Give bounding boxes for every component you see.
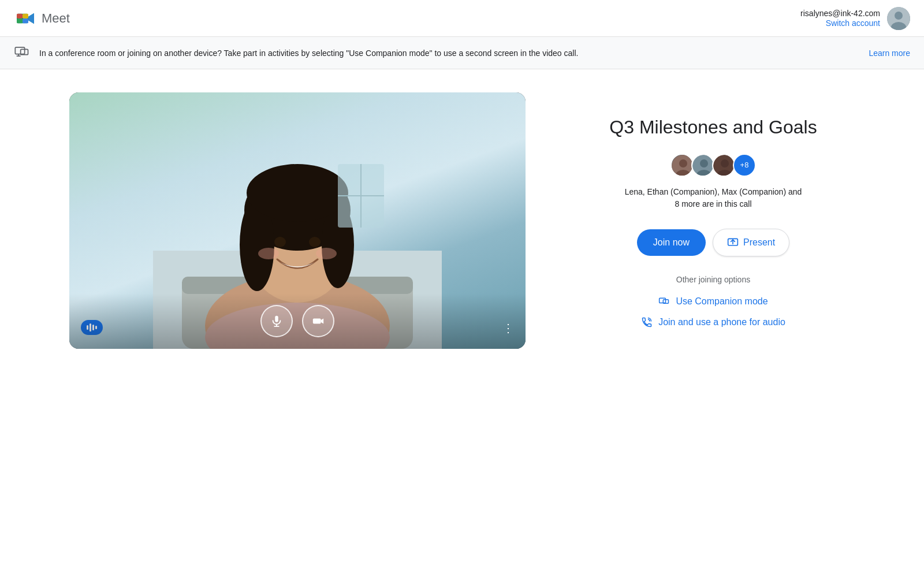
present-icon — [727, 237, 739, 248]
svg-rect-5 — [17, 18, 23, 23]
companion-mode-label: Use Companion mode — [676, 296, 767, 307]
participant-avatar-3 — [712, 154, 735, 177]
svg-point-39 — [679, 159, 687, 167]
svg-point-42 — [700, 159, 708, 167]
header-left: Meet — [14, 7, 70, 30]
svg-point-25 — [274, 237, 286, 247]
svg-point-24 — [247, 164, 348, 222]
user-avatar[interactable] — [887, 7, 910, 30]
svg-rect-36 — [313, 318, 321, 323]
join-buttons-group: Join now Present — [637, 229, 789, 256]
companion-mode-icon — [14, 44, 30, 62]
header: Meet risalynes@ink-42.com Switch account — [0, 0, 924, 37]
microphone-button[interactable] — [260, 305, 293, 337]
meeting-info-panel: Q3 Milestones and Goals — [572, 92, 855, 337]
phone-audio-label: Join and use a phone for audio — [658, 317, 785, 327]
banner-text: In a conference room or joining on anoth… — [39, 49, 859, 58]
svg-rect-4 — [23, 13, 28, 18]
more-options-button[interactable]: ⋮ — [502, 321, 514, 335]
svg-marker-37 — [321, 318, 324, 323]
svg-point-28 — [316, 248, 337, 259]
present-label: Present — [743, 237, 775, 248]
participant-avatar-2 — [691, 154, 714, 177]
user-email: risalynes@ink-42.com — [800, 9, 880, 18]
svg-point-26 — [309, 237, 321, 247]
other-options-title: Other joining options — [676, 275, 750, 284]
google-meet-logo-icon — [14, 7, 37, 30]
learn-more-link[interactable]: Learn more — [869, 49, 910, 58]
svg-rect-3 — [17, 13, 23, 18]
svg-point-27 — [258, 248, 279, 259]
companion-mode-link[interactable]: Use Companion mode — [658, 296, 767, 307]
svg-rect-11 — [15, 47, 24, 54]
phone-audio-icon — [641, 316, 653, 328]
svg-rect-33 — [275, 316, 278, 322]
avatar-icon — [887, 7, 910, 30]
svg-rect-6 — [23, 18, 28, 23]
participant-avatar-1 — [670, 154, 694, 177]
switch-account-link[interactable]: Switch account — [826, 18, 880, 28]
svg-point-9 — [895, 12, 903, 20]
participants-avatars: +8 — [670, 154, 756, 177]
present-button[interactable]: Present — [713, 229, 789, 256]
video-controls — [69, 293, 526, 349]
meeting-title: Q3 Milestones and Goals — [609, 116, 817, 140]
main-content: ⋮ Q3 Milestones and Goals — [0, 69, 924, 372]
companion-mode-banner: In a conference room or joining on anoth… — [0, 37, 924, 69]
participant-count-badge: +8 — [733, 154, 756, 177]
participants-description: Lena, Ethan (Companion), Max (Companion)… — [625, 186, 802, 210]
camera-button[interactable] — [302, 305, 334, 337]
user-info: risalynes@ink-42.com Switch account — [800, 9, 880, 28]
svg-rect-49 — [660, 298, 666, 303]
app-title: Meet — [42, 11, 70, 26]
phone-audio-link[interactable]: Join and use a phone for audio — [641, 316, 785, 328]
companion-mode-icon — [658, 296, 670, 307]
svg-point-45 — [721, 159, 729, 167]
meet-logo: Meet — [14, 7, 70, 30]
header-right: risalynes@ink-42.com Switch account — [800, 7, 910, 30]
join-now-button[interactable]: Join now — [637, 229, 706, 256]
video-preview: ⋮ — [69, 92, 526, 349]
